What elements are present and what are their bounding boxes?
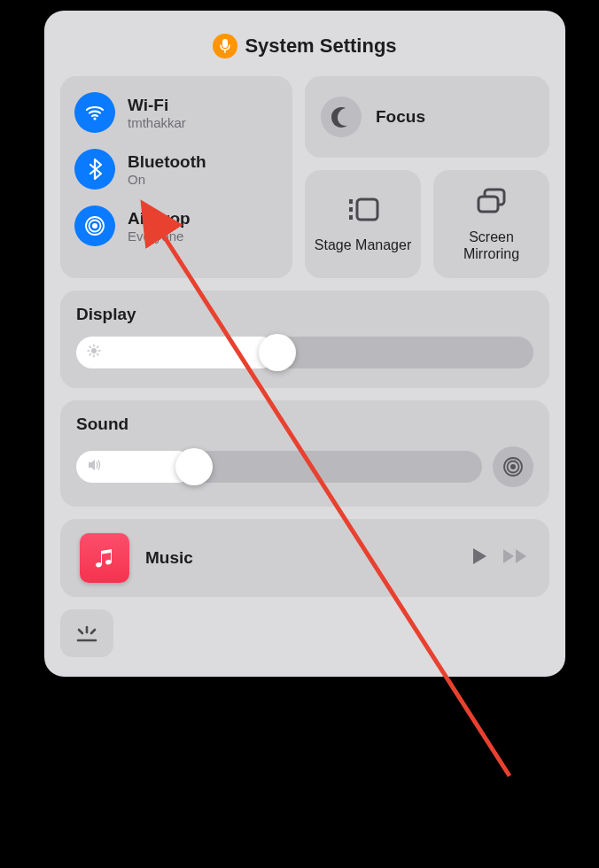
page-title[interactable]: System Settings (245, 35, 396, 58)
svg-line-17 (89, 346, 90, 347)
brightness-fill (76, 337, 277, 368)
svg-rect-9 (357, 199, 377, 220)
utility-row: Stage Manager Screen Mirroring (305, 170, 549, 278)
svg-rect-8 (349, 215, 353, 220)
svg-rect-6 (349, 199, 353, 204)
bluetooth-status: On (128, 172, 206, 187)
wifi-status: tmthakkar (128, 115, 186, 130)
speaker-icon (87, 458, 103, 476)
svg-line-20 (97, 346, 98, 347)
focus-toggle[interactable]: Focus (305, 76, 549, 158)
microphone-active-icon[interactable] (213, 34, 237, 58)
keyboard-brightness-icon (74, 624, 100, 643)
screen-mirroring-label: Screen Mirroring (440, 229, 542, 262)
brightness-slider[interactable] (76, 337, 533, 368)
svg-point-21 (510, 464, 516, 469)
keyboard-brightness-button[interactable] (60, 609, 113, 657)
airdrop-status: Everyone (128, 229, 191, 244)
music-controls (470, 546, 530, 570)
now-playing-card[interactable]: Music (60, 519, 549, 597)
brightness-thumb[interactable] (259, 334, 296, 371)
moon-icon (321, 97, 362, 137)
header: System Settings (60, 27, 549, 76)
stage-manager-label: Stage Manager (315, 236, 411, 253)
fast-forward-button[interactable] (502, 547, 530, 569)
control-center-panel: System Settings Wi-Fi tmthakkar (44, 11, 565, 677)
stage-manager-icon (346, 194, 381, 229)
volume-slider[interactable] (76, 451, 482, 483)
svg-rect-0 (222, 39, 228, 48)
wifi-label: Wi-Fi (128, 96, 186, 115)
wifi-toggle[interactable]: Wi-Fi tmthakkar (73, 87, 280, 138)
screen-mirroring-icon (474, 186, 510, 221)
svg-rect-7 (349, 207, 353, 212)
wifi-icon (74, 92, 115, 133)
svg-line-26 (79, 630, 82, 633)
svg-rect-11 (478, 197, 498, 212)
display-label: Display (76, 305, 533, 324)
brightness-low-icon (87, 344, 101, 361)
stage-manager-button[interactable]: Stage Manager (305, 170, 421, 278)
airdrop-toggle[interactable]: AirDrop Everyone (73, 200, 280, 252)
focus-label: Focus (376, 107, 425, 127)
bluetooth-icon (74, 149, 115, 190)
bluetooth-toggle[interactable]: Bluetooth On (73, 143, 280, 195)
airplay-audio-button[interactable] (493, 446, 533, 487)
display-card: Display (60, 291, 549, 388)
top-right-column: Focus Stage Manager (305, 76, 549, 278)
bluetooth-label: Bluetooth (128, 152, 206, 172)
music-label: Music (145, 548, 454, 568)
top-module-row: Wi-Fi tmthakkar Bluetooth On (60, 76, 549, 278)
svg-line-19 (89, 354, 90, 355)
svg-point-2 (93, 117, 96, 120)
airdrop-icon (74, 205, 115, 246)
volume-thumb[interactable] (175, 448, 213, 485)
svg-line-27 (91, 630, 95, 633)
sound-label: Sound (76, 415, 533, 434)
play-button[interactable] (470, 546, 489, 570)
svg-point-3 (92, 223, 97, 229)
airdrop-label: AirDrop (128, 209, 191, 229)
connectivity-card: Wi-Fi tmthakkar Bluetooth On (60, 76, 292, 278)
svg-point-12 (91, 348, 97, 353)
svg-line-18 (97, 354, 98, 355)
sound-card: Sound (60, 400, 549, 507)
screen-mirroring-button[interactable]: Screen Mirroring (433, 170, 549, 278)
music-app-icon (80, 533, 129, 583)
